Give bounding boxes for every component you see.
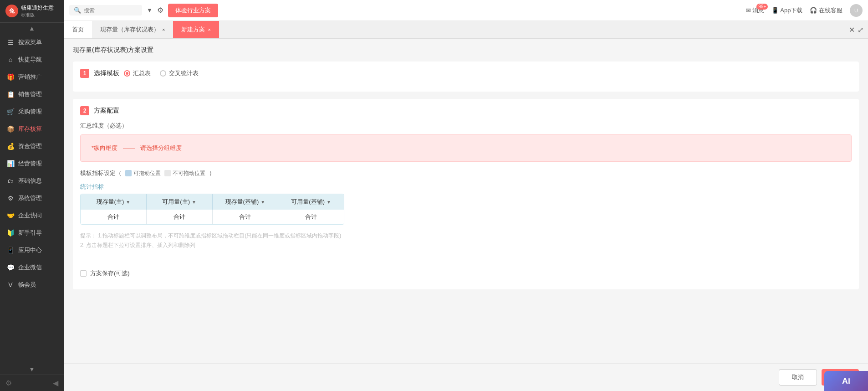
industry-scheme-button[interactable]: 体验行业方案 bbox=[168, 4, 218, 17]
sidebar-item-label: 快捷导航 bbox=[18, 56, 42, 64]
ai-float-button[interactable]: Ai bbox=[824, 371, 868, 391]
sales-icon: 📋 bbox=[6, 91, 15, 98]
sidebar-item-label: 应用中心 bbox=[18, 246, 42, 254]
sidebar-item-label: 基础信息 bbox=[18, 177, 42, 185]
tab-inventory-status[interactable]: 现存量（库存状况表） × bbox=[92, 21, 173, 38]
sidebar-item-label: 系统管理 bbox=[18, 194, 42, 202]
quick-nav-icon: ⌂ bbox=[6, 56, 15, 63]
tip-1: 提示： 1.拖动标题栏可以调整布局，不可跨维度或指标区域拖动栏目(只能在同一维度… bbox=[80, 232, 852, 240]
sidebar-item-newcomer[interactable]: 🔰 新手引导 bbox=[0, 224, 64, 242]
app-download-link[interactable]: 📱 App下载 bbox=[771, 6, 802, 15]
sidebar-item-marketing[interactable]: 🎁 营销推广 bbox=[0, 68, 64, 86]
col-header-0[interactable]: 现存量(主) ▼ bbox=[81, 194, 147, 210]
bottom-bar: 取消 查询 bbox=[64, 363, 868, 391]
sidebar-item-app-center[interactable]: 📱 应用中心 bbox=[0, 242, 64, 259]
dimension-dash: —— bbox=[123, 145, 135, 152]
user-avatar[interactable]: U bbox=[850, 4, 863, 17]
tab-new-scheme-label: 新建方案 bbox=[181, 26, 205, 34]
messages-badge[interactable]: ✉ 消息 99+ bbox=[746, 6, 765, 15]
radio-summary[interactable]: 汇总表 bbox=[124, 69, 151, 77]
system-icon: ⚙ bbox=[6, 195, 15, 202]
stats-table-row: 合计 合计 合计 合计 bbox=[81, 210, 344, 224]
search-input[interactable] bbox=[84, 7, 138, 14]
step1-section: 1 选择模板 汇总表 交叉统计表 bbox=[73, 62, 859, 92]
sidebar-item-cooperation[interactable]: 🤝 企业协同 bbox=[0, 207, 64, 224]
sidebar-item-system[interactable]: ⚙ 系统管理 bbox=[0, 190, 64, 207]
page-title: 现存量(库存状况表)方案设置 bbox=[73, 46, 859, 54]
topbar: 🔍 ▼ ⚙ 体验行业方案 ✉ 消息 99+ 📱 App下载 🎧 在线客服 U bbox=[64, 0, 868, 21]
draggable-box bbox=[125, 170, 132, 176]
sidebar-item-label: 库存核算 bbox=[18, 125, 42, 133]
dimension-row: *纵向维度 —— 请选择分组维度 bbox=[92, 144, 840, 152]
stats-cell-2: 合计 bbox=[213, 210, 279, 224]
close-panel-button[interactable]: ✕ bbox=[849, 26, 855, 34]
topbar-gear-button[interactable]: ⚙ bbox=[157, 6, 163, 15]
sidebar-logo: 兔 畅康通好生意 标准版 bbox=[0, 0, 64, 23]
cancel-button[interactable]: 取消 bbox=[779, 369, 817, 386]
tab-home[interactable]: 首页 bbox=[64, 21, 92, 38]
sidebar-scroll-down[interactable]: ▼ bbox=[0, 364, 64, 375]
stats-cell-0: 合计 bbox=[81, 210, 147, 224]
sidebar-item-wechat[interactable]: 💬 企业微信 bbox=[0, 259, 64, 276]
sidebar-item-vip[interactable]: V 畅会员 bbox=[0, 276, 64, 293]
vip-icon: V bbox=[6, 281, 15, 288]
tab-inventory-label: 现存量（库存状况表） bbox=[100, 26, 159, 34]
newcomer-icon: 🔰 bbox=[6, 229, 15, 237]
indicator-label-text: 模板指标设定（ bbox=[80, 169, 122, 177]
settings-button[interactable]: ⚙ bbox=[5, 379, 12, 387]
save-row: 方案保存(可选) bbox=[80, 265, 852, 282]
sidebar-item-finance[interactable]: 💰 资金管理 bbox=[0, 138, 64, 155]
collapse-button[interactable]: ◀ bbox=[53, 379, 58, 387]
indicator-closing: ） bbox=[209, 169, 215, 177]
draggable-label: 可拖动位置 bbox=[133, 170, 161, 177]
col-header-3[interactable]: 可用量(基辅) ▼ bbox=[278, 194, 344, 210]
tip-2: 2. 点击标题栏下拉可设置排序、插入列和删除列 bbox=[80, 242, 852, 249]
search-icon: 🔍 bbox=[74, 7, 81, 14]
non-draggable-legend: 不可拖动位置 bbox=[164, 170, 205, 177]
cooperation-icon: 🤝 bbox=[6, 212, 15, 219]
sidebar-item-label: 新手引导 bbox=[18, 229, 42, 237]
app-center-icon: 📱 bbox=[6, 247, 15, 254]
tab-new-scheme[interactable]: 新建方案 × bbox=[173, 21, 219, 38]
step2-section: 2 方案配置 汇总维度（必选） *纵向维度 —— 请选择分组维度 模板指标设定（… bbox=[73, 99, 859, 289]
online-service-link[interactable]: 🎧 在线客服 bbox=[810, 6, 842, 15]
sidebar: 兔 畅康通好生意 标准版 ▲ ☰ 搜索菜单 ⌂ 快捷导航 🎁 营销推广 📋 销售… bbox=[0, 0, 64, 391]
sidebar-scroll-up[interactable]: ▲ bbox=[0, 23, 64, 34]
col-header-0-chevron: ▼ bbox=[126, 200, 130, 205]
expand-panel-button[interactable]: ⤢ bbox=[858, 26, 863, 34]
sidebar-item-inventory[interactable]: 📦 库存核算 bbox=[0, 120, 64, 138]
sidebar-item-sales[interactable]: 📋 销售管理 bbox=[0, 86, 64, 103]
topbar-dropdown-icon[interactable]: ▼ bbox=[147, 7, 153, 14]
step2-num: 2 bbox=[80, 106, 89, 115]
summary-dim-label: 汇总维度（必选） bbox=[80, 122, 852, 130]
sidebar-item-basic-info[interactable]: 🗂 基础信息 bbox=[0, 172, 64, 190]
tab-home-label: 首页 bbox=[72, 26, 84, 34]
draggable-legend: 可拖动位置 bbox=[125, 170, 161, 177]
dimension-box[interactable]: *纵向维度 —— 请选择分组维度 bbox=[80, 134, 852, 162]
template-radio-group: 汇总表 交叉统计表 bbox=[124, 69, 199, 77]
col-header-2[interactable]: 现存量(基辅) ▼ bbox=[213, 194, 279, 210]
search-box[interactable]: 🔍 bbox=[69, 5, 142, 15]
tab-new-scheme-close[interactable]: × bbox=[208, 27, 210, 32]
logo-icon: 兔 bbox=[5, 5, 18, 17]
sidebar-item-label: 资金管理 bbox=[18, 142, 42, 150]
col-header-1[interactable]: 可用量(主) ▼ bbox=[147, 194, 213, 210]
stats-table-header: 现存量(主) ▼ 可用量(主) ▼ 现存量(基辅) ▼ 可用量(基辅) ▼ bbox=[81, 194, 344, 210]
tab-inventory-close[interactable]: × bbox=[162, 27, 165, 32]
save-checkbox[interactable] bbox=[80, 270, 87, 277]
sidebar-nav: ☰ 搜索菜单 ⌂ 快捷导航 🎁 营销推广 📋 销售管理 🛒 采购管理 📦 库存核… bbox=[0, 34, 64, 364]
sidebar-item-label: 搜索菜单 bbox=[18, 38, 42, 46]
inventory-icon: 📦 bbox=[6, 125, 15, 133]
sidebar-item-operation[interactable]: 📊 经营管理 bbox=[0, 155, 64, 172]
sidebar-item-quick-nav[interactable]: ⌂ 快捷导航 bbox=[0, 51, 64, 68]
sidebar-item-search-menu[interactable]: ☰ 搜索菜单 bbox=[0, 34, 64, 51]
sidebar-footer: ⚙ ◀ bbox=[0, 375, 64, 391]
sidebar-item-label: 企业协同 bbox=[18, 211, 42, 220]
stats-cell-1: 合计 bbox=[147, 210, 213, 224]
messages-count: 99+ bbox=[756, 4, 768, 10]
radio-cross[interactable]: 交叉统计表 bbox=[160, 69, 199, 77]
radio-summary-label: 汇总表 bbox=[133, 69, 151, 77]
ai-label: Ai bbox=[842, 376, 850, 386]
sidebar-item-purchase[interactable]: 🛒 采购管理 bbox=[0, 103, 64, 120]
topbar-right: ✉ 消息 99+ 📱 App下载 🎧 在线客服 U bbox=[746, 4, 863, 17]
